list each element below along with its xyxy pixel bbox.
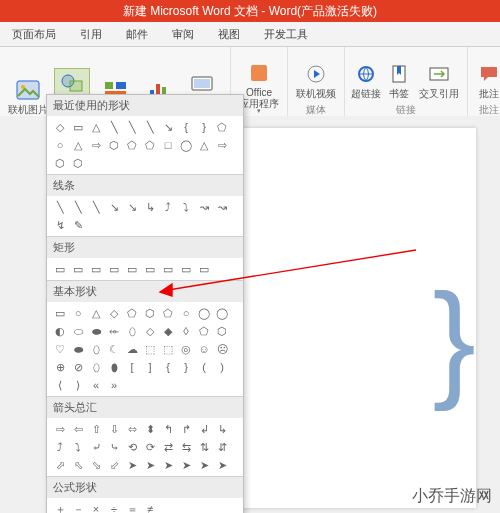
shape-option[interactable]: ⬠	[125, 306, 139, 320]
shape-option[interactable]: ≠	[143, 502, 157, 513]
shape-option[interactable]: －	[71, 502, 85, 513]
crossref-button[interactable]: 交叉引用	[415, 60, 463, 101]
shape-option[interactable]: ⬁	[71, 458, 85, 472]
shape-option[interactable]: «	[89, 378, 103, 392]
shape-option[interactable]: ⬠	[215, 120, 229, 134]
shape-option[interactable]: ⤴	[53, 440, 67, 454]
shape-option[interactable]: ⬡	[215, 324, 229, 338]
online-pictures-button[interactable]: 联机图片	[4, 76, 52, 117]
shape-option[interactable]: }	[197, 120, 211, 134]
shape-option[interactable]: ▭	[53, 262, 67, 276]
shape-option[interactable]: ⊕	[53, 360, 67, 374]
shape-option[interactable]: ⇨	[53, 422, 67, 436]
shape-option[interactable]: ⬮	[107, 360, 121, 374]
shape-option[interactable]: ⇧	[89, 422, 103, 436]
shape-option[interactable]: ☺	[197, 342, 211, 356]
shape-option[interactable]: ⤵	[179, 200, 193, 214]
shape-option[interactable]: ⟲	[125, 440, 139, 454]
shape-option[interactable]: ⤷	[107, 440, 121, 454]
shape-option[interactable]: ↲	[197, 422, 211, 436]
shape-option[interactable]: )	[215, 360, 229, 374]
shape-option[interactable]: ➤	[161, 458, 175, 472]
shape-option[interactable]: ⇨	[215, 138, 229, 152]
shape-option[interactable]: ⇦	[71, 422, 85, 436]
shape-option[interactable]: ╲	[71, 200, 85, 214]
shape-option[interactable]: {	[179, 120, 193, 134]
tab-mailings[interactable]: 邮件	[114, 23, 160, 46]
shape-option[interactable]: ⇆	[179, 440, 193, 454]
shape-option[interactable]: ◐	[53, 324, 67, 338]
shape-option[interactable]: ☹	[215, 342, 229, 356]
shape-option[interactable]: ⤶	[89, 440, 103, 454]
shape-option[interactable]: △	[89, 120, 103, 134]
shape-option[interactable]: ➤	[143, 458, 157, 472]
shape-option[interactable]: ⬀	[53, 458, 67, 472]
shape-option[interactable]: ◊	[179, 324, 193, 338]
shape-option[interactable]: ╲	[143, 120, 157, 134]
shape-option[interactable]: ⟳	[143, 440, 157, 454]
shape-option[interactable]: ⟩	[71, 378, 85, 392]
shape-option[interactable]: ▭	[143, 262, 157, 276]
shape-option[interactable]: ◆	[161, 324, 175, 338]
shape-option[interactable]: ⬡	[143, 306, 157, 320]
shape-option[interactable]: ↘	[161, 120, 175, 134]
shape-option[interactable]: ↝	[215, 200, 229, 214]
shape-option[interactable]: ⬄	[125, 422, 139, 436]
shape-option[interactable]: ◇	[107, 306, 121, 320]
shape-option[interactable]: ↳	[215, 422, 229, 436]
shape-option[interactable]: ⬡	[107, 138, 121, 152]
shape-option[interactable]: (	[197, 360, 211, 374]
shape-option[interactable]: ➤	[179, 458, 193, 472]
shape-option[interactable]: ＝	[125, 502, 139, 513]
shape-option[interactable]: ⬬	[71, 342, 85, 356]
shape-option[interactable]: ⬯	[125, 324, 139, 338]
shape-option[interactable]: ◎	[179, 342, 193, 356]
shape-option[interactable]: ⬂	[89, 458, 103, 472]
brace-shape[interactable]: }	[433, 274, 476, 404]
shape-option[interactable]: ▭	[71, 262, 85, 276]
shape-option[interactable]: ↝	[197, 200, 211, 214]
shape-option[interactable]: ⬬	[89, 324, 103, 338]
hyperlink-button[interactable]: 超链接	[349, 60, 383, 101]
shape-option[interactable]: ÷	[107, 502, 121, 513]
shape-option[interactable]: ♡	[53, 342, 67, 356]
shape-option[interactable]: ╲	[125, 120, 139, 134]
shape-option[interactable]: ⇄	[161, 440, 175, 454]
shape-option[interactable]: ⬠	[197, 324, 211, 338]
shape-option[interactable]: ○	[53, 138, 67, 152]
shape-option[interactable]: ➤	[215, 458, 229, 472]
shape-option[interactable]: ↳	[143, 200, 157, 214]
shape-option[interactable]: ☾	[107, 342, 121, 356]
shape-option[interactable]: ╲	[107, 120, 121, 134]
tab-layout[interactable]: 页面布局	[0, 23, 68, 46]
shape-option[interactable]: ⟨	[53, 378, 67, 392]
shape-option[interactable]: ⬡	[53, 156, 67, 170]
shape-option[interactable]: [	[125, 360, 139, 374]
shape-option[interactable]: ⬰	[107, 324, 121, 338]
shape-option[interactable]: ▭	[53, 306, 67, 320]
shape-option[interactable]: ╲	[89, 200, 103, 214]
shape-option[interactable]: ↯	[53, 218, 67, 232]
shape-option[interactable]: ▭	[89, 262, 103, 276]
shape-option[interactable]: ⤴	[161, 200, 175, 214]
shape-option[interactable]: »	[107, 378, 121, 392]
shape-option[interactable]: ☁	[125, 342, 139, 356]
tab-review[interactable]: 审阅	[160, 23, 206, 46]
shape-option[interactable]: ▭	[107, 262, 121, 276]
shape-option[interactable]: △	[89, 306, 103, 320]
shape-option[interactable]: △	[71, 138, 85, 152]
shape-option[interactable]: ◇	[143, 324, 157, 338]
shape-option[interactable]: ⊘	[71, 360, 85, 374]
shape-option[interactable]: ⬭	[71, 324, 85, 338]
shape-option[interactable]: ▭	[71, 120, 85, 134]
shape-option[interactable]: ⬯	[89, 360, 103, 374]
shape-option[interactable]: ⬠	[143, 138, 157, 152]
shape-option[interactable]: ×	[89, 502, 103, 513]
shape-option[interactable]: }	[179, 360, 193, 374]
shape-option[interactable]: ⬍	[143, 422, 157, 436]
shape-option[interactable]: ⇩	[107, 422, 121, 436]
shape-option[interactable]: ⇨	[89, 138, 103, 152]
shape-option[interactable]: ]	[143, 360, 157, 374]
shape-option[interactable]: ➤	[125, 458, 139, 472]
shape-option[interactable]: ↘	[107, 200, 121, 214]
